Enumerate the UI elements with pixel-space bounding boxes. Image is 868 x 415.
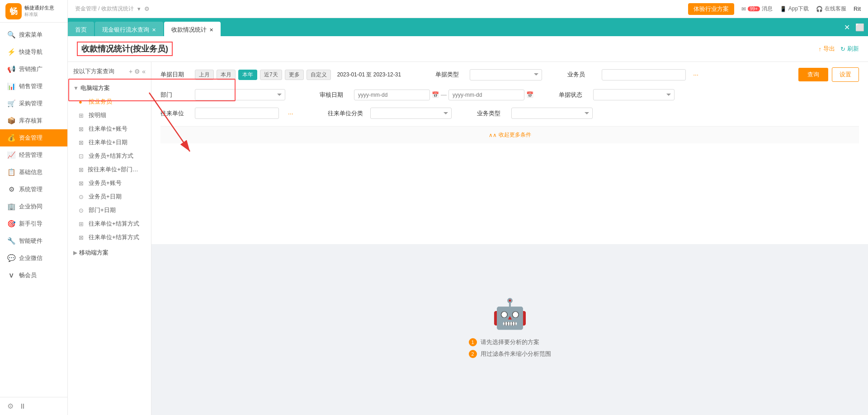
sidebar-item-sales[interactable]: 📊 销售管理	[0, 78, 67, 95]
date-this-month[interactable]: 本月	[217, 70, 236, 80]
collapse-arrow-icon: ∧∧	[489, 132, 497, 138]
counterpart-category-label: 往来单位分类	[328, 109, 363, 118]
sidebar-item-finance[interactable]: 💰 资金管理	[0, 129, 67, 146]
scheme-settings-icon[interactable]: ⚙	[134, 68, 140, 75]
scheme-item-supplier-dept[interactable]: ⊠ 按往来单位+部门+收...	[68, 163, 151, 176]
scheme-item-by-detail[interactable]: ⊞ 按明细	[68, 108, 151, 122]
doc-type-select[interactable]	[470, 69, 542, 80]
sidebar-item-member[interactable]: V 畅会员	[0, 267, 67, 284]
filter-row-1: 单据日期 上月 本月 本年 近7天 更多 自定义 2023-01-01 至 20…	[160, 67, 859, 82]
sidebar-item-basic-info[interactable]: 📋 基础信息	[0, 164, 67, 181]
scheme-item-salesperson-account[interactable]: ⊠ 业务员+账号	[68, 176, 151, 190]
sidebar-item-purchase[interactable]: 🛒 采购管理	[0, 95, 67, 112]
add-scheme-icon[interactable]: +	[129, 68, 132, 75]
settings-footer-icon[interactable]: ⚙	[7, 402, 14, 410]
counterpart-input[interactable]	[195, 108, 279, 119]
app-download-btn[interactable]: 📱 App下载	[780, 5, 809, 13]
trial-button[interactable]: 体验行业方案	[688, 3, 734, 15]
sidebar-item-marketing[interactable]: 📢 营销推广	[0, 61, 67, 78]
member-icon: V	[7, 272, 15, 279]
date-custom[interactable]: 自定义	[307, 70, 331, 80]
salesperson-more-icon[interactable]: ···	[693, 71, 698, 78]
date-last-7-days[interactable]: 近7天	[260, 70, 282, 80]
sidebar-item-inventory[interactable]: 📦 库存核算	[0, 112, 67, 129]
tab-home[interactable]: 首页	[68, 22, 94, 38]
audit-date-from[interactable]	[354, 90, 430, 100]
message-btn[interactable]: ✉ 99+ 消息	[741, 5, 773, 13]
tab-bank-flow-close[interactable]: ✕	[152, 27, 156, 33]
tab-maximize-icon[interactable]: ⬜	[855, 23, 864, 32]
dept-select[interactable]	[195, 89, 285, 100]
online-service-btn[interactable]: 🎧 在线客服	[816, 5, 846, 13]
business-type-label: 业务类型	[477, 109, 504, 118]
tab-bank-flow[interactable]: 现金银行流水查询 ✕	[95, 22, 163, 38]
tab-bank-flow-label: 现金银行流水查询	[102, 26, 149, 34]
scheme-item-supplier-account[interactable]: ⊠ 往来单位+账号	[68, 122, 151, 136]
robot-icon: 🤖	[492, 297, 528, 331]
scheme-item-supplier-date[interactable]: ⊠ 往来单位+日期	[68, 136, 151, 149]
online-service-label: 在线客服	[825, 5, 846, 13]
sidebar-item-quick-nav[interactable]: ⚡ 快捷导航	[0, 43, 67, 61]
sidebar-item-system[interactable]: ⚙ 系统管理	[0, 181, 67, 198]
tab-receipt-stat[interactable]: 收款情况统计 ✕	[164, 22, 221, 38]
empty-state: 🤖 1 请先选择要分析的方案 2 用过滤条件来缩小分析范围	[151, 244, 868, 415]
sidebar-item-guide[interactable]: 🎯 新手引导	[0, 215, 67, 232]
user-avatar[interactable]: Rit	[854, 5, 861, 12]
scheme-item-dept-date[interactable]: ⊙ 部门+日期	[68, 203, 151, 217]
scheme-item-salesperson-date[interactable]: ⊙ 业务员+日期	[68, 190, 151, 203]
scheme-item-supplier-payment1[interactable]: ⊞ 往来单位+结算方式	[68, 217, 151, 231]
desktop-scheme-toggle: ▼	[73, 85, 79, 91]
calendar-icon-from[interactable]: 📅	[432, 91, 439, 98]
sidebar-item-operations[interactable]: 📈 经营管理	[0, 146, 67, 164]
counterpart-more-icon[interactable]: ···	[288, 110, 293, 117]
date-last-month[interactable]: 上月	[195, 70, 214, 80]
scheme-collapse-icon[interactable]: «	[142, 68, 146, 75]
scheme-label-supplier-dept: 按往来单位+部门+收...	[88, 165, 140, 174]
scheme-icon-salesperson: ●	[79, 99, 86, 105]
sidebar-item-smart-hardware[interactable]: 🔧 智能硬件	[0, 232, 67, 250]
salesperson-input[interactable]	[602, 69, 686, 80]
collapse-sidebar-icon[interactable]: ⏸	[19, 402, 26, 410]
collapse-label: 收起更多条件	[499, 131, 531, 139]
sidebar-item-enterprise[interactable]: 🏢 企业协同	[0, 198, 67, 215]
scheme-item-supplier-payment2[interactable]: ⊠ 往来单位+结算方式	[68, 231, 151, 244]
filter-panel: 单据日期 上月 本月 本年 近7天 更多 自定义 2023-01-01 至 20…	[151, 62, 868, 244]
settings-button[interactable]: 设置	[832, 67, 859, 82]
date-more[interactable]: 更多	[285, 70, 304, 80]
message-label: 消息	[762, 5, 773, 13]
dropdown-arrow-icon[interactable]: ▾	[137, 5, 141, 12]
tab-receipt-stat-close[interactable]: ✕	[209, 27, 213, 33]
scheme-icon-sp-date: ⊙	[79, 193, 86, 200]
doc-status-select[interactable]	[593, 89, 675, 100]
sidebar-footer: ⚙ ⏸	[0, 397, 67, 415]
date-this-year[interactable]: 本年	[238, 70, 257, 80]
step-1-circle: 1	[469, 338, 477, 346]
calendar-icon-to[interactable]: 📅	[526, 91, 533, 98]
scheme-label-sp-pay1: 往来单位+结算方式	[89, 220, 139, 228]
scheme-item-by-salesperson[interactable]: ● 按业务员	[68, 95, 151, 108]
export-label: 导出	[823, 45, 835, 53]
refresh-button[interactable]: ↻ 刷新	[840, 45, 859, 53]
collapse-bar[interactable]: ∧∧ 收起更多条件	[160, 126, 859, 143]
mobile-scheme-group-header[interactable]: ▶ 移动端方案	[68, 246, 151, 259]
query-button[interactable]: 查询	[798, 68, 828, 81]
enterprise-wechat-icon: 💬	[7, 254, 15, 262]
scheme-icon-sp-pay2: ⊠	[79, 234, 86, 241]
business-type-select[interactable]	[511, 108, 593, 119]
scheme-item-salesperson-payment[interactable]: ⊡ 业务员+结算方式	[68, 149, 151, 163]
left-panel-header: 按以下方案查询 + ⚙ «	[68, 67, 151, 80]
settings-icon[interactable]: ⚙	[144, 5, 150, 12]
scheme-icon-dept-date: ⊙	[79, 207, 86, 214]
mobile-scheme-group: ▶ 移动端方案	[68, 246, 151, 259]
sidebar-item-search-menu[interactable]: 🔍 搜索菜单	[0, 26, 67, 43]
refresh-icon: ↻	[840, 46, 845, 52]
tab-close-all-icon[interactable]: ✕	[844, 23, 850, 32]
date-shortcuts: 上月 本月 本年 近7天 更多 自定义 2023-01-01 至 2023-12…	[195, 70, 401, 80]
sidebar-item-enterprise-wechat[interactable]: 💬 企业微信	[0, 250, 67, 267]
export-button[interactable]: ↑ 导出	[819, 45, 835, 53]
purchase-icon: 🛒	[7, 99, 15, 108]
version-tag: 标准版	[24, 11, 54, 18]
desktop-scheme-group-header[interactable]: ▼ 电脑端方案	[68, 81, 151, 95]
audit-date-to[interactable]	[448, 90, 524, 100]
counterpart-category-select[interactable]	[370, 108, 452, 119]
